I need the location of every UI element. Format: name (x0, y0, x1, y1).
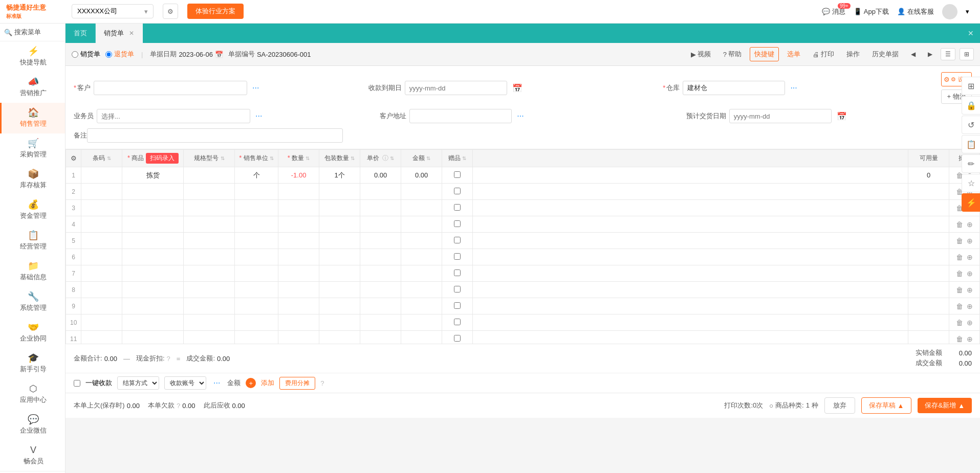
gift-checkbox-5[interactable] (454, 253, 461, 260)
gift-checkbox-0[interactable] (454, 171, 461, 178)
customer-input[interactable] (94, 81, 247, 95)
avatar[interactable] (942, 4, 957, 19)
avatar-expand[interactable]: ▾ (966, 4, 974, 19)
calendar-icon[interactable]: 📅 (215, 51, 223, 58)
radio-return-order[interactable]: 退货单 (105, 50, 134, 59)
gift-checkbox-4[interactable] (454, 237, 461, 243)
delete-row-button-7[interactable]: 🗑 (955, 286, 964, 294)
sidebar-item-12[interactable]: 💬企业微信 (0, 410, 65, 440)
payment-expand-icon[interactable]: ··· (211, 378, 222, 388)
settings-icon[interactable]: ⚙ (163, 4, 178, 19)
debt-help-icon[interactable]: ? (177, 402, 180, 410)
float-button-4[interactable]: 📋 (962, 135, 980, 153)
sidebar-item-7[interactable]: 📁基础信息 (0, 256, 65, 287)
app-download-button[interactable]: 📱 App下载 (854, 7, 889, 16)
sidebar-item-6[interactable]: 📋经营管理 (0, 226, 65, 256)
history-button[interactable]: 历史单据 (868, 48, 903, 61)
fee-help-icon[interactable]: ? (320, 379, 324, 387)
col-settings-icon[interactable]: ⚙ (71, 154, 77, 162)
float-button-5[interactable]: ✏ (962, 154, 980, 173)
salesman-expand-icon[interactable]: ··· (253, 111, 264, 121)
save-draft-button[interactable]: 保存草稿 ▲ (861, 397, 912, 414)
tab-close-icon[interactable]: ✕ (129, 30, 134, 37)
float-button-3[interactable]: ↺ (962, 116, 980, 134)
delete-row-button-3[interactable]: 🗑 (955, 220, 964, 229)
close-all-icon[interactable]: ✕ (968, 29, 974, 37)
sidebar-item-1[interactable]: 📣营销推广 (0, 72, 65, 103)
tab-home[interactable]: 首页 (66, 24, 96, 43)
float-button-6[interactable]: ☆ (962, 174, 980, 192)
float-button-1[interactable]: ⊞ (962, 77, 980, 95)
select-button[interactable]: 选单 (783, 48, 804, 61)
salesman-input[interactable] (97, 109, 250, 123)
video-button[interactable]: ▶ 视频 (687, 48, 715, 61)
warehouse-expand-icon[interactable]: ··· (788, 83, 799, 93)
help-button[interactable]: ? 帮助 (719, 48, 746, 61)
copy-row-button-9[interactable]: ⊕ (966, 319, 974, 327)
nav-next-button[interactable]: ▶ (924, 49, 937, 60)
customer-addr-input[interactable] (409, 109, 512, 123)
due-date-calendar-icon[interactable]: 📅 (510, 83, 525, 93)
payment-method-select[interactable]: 结算方式 (117, 376, 159, 390)
sidebar-item-4[interactable]: 📦库存核算 (0, 164, 65, 195)
float-button-7[interactable]: ⚡ (962, 193, 980, 212)
delete-row-button-5[interactable]: 🗑 (955, 253, 964, 261)
gift-checkbox-9[interactable] (454, 319, 461, 325)
sidebar-item-13[interactable]: V畅会员 (0, 440, 65, 471)
delete-row-button-6[interactable]: 🗑 (955, 269, 964, 278)
sidebar-item-8[interactable]: 🔧系统管理 (0, 287, 65, 318)
nav-prev-button[interactable]: ◀ (907, 49, 920, 60)
sidebar-item-9[interactable]: 🤝企业协同 (0, 318, 65, 348)
online-service-button[interactable]: 👤 在线客服 (897, 7, 934, 16)
sidebar-item-3[interactable]: 🛒采购管理 (0, 133, 65, 164)
shortcut-button[interactable]: 快捷键 (750, 47, 779, 61)
sidebar-item-5[interactable]: 💰资金管理 (0, 195, 65, 226)
customer-expand-icon[interactable]: ··· (250, 83, 261, 93)
view-grid-button[interactable]: ⊞ (960, 48, 974, 60)
copy-row-button-10[interactable]: ⊕ (966, 335, 974, 343)
copy-row-button-6[interactable]: ⊕ (966, 269, 974, 278)
notes-input[interactable] (87, 128, 343, 143)
view-list-button[interactable]: ☰ (941, 48, 955, 60)
cash-discount-help-icon[interactable]: ? (167, 355, 170, 363)
company-selector[interactable]: XXXXXX公司 ▾ (72, 4, 154, 18)
gift-checkbox-2[interactable] (454, 204, 461, 211)
print-button[interactable]: 🖨 打印 (809, 48, 838, 61)
sidebar-item-2[interactable]: 🏠销售管理 (0, 103, 65, 133)
copy-row-button-5[interactable]: ⊕ (966, 253, 974, 261)
customer-addr-expand-icon[interactable]: ··· (515, 111, 526, 121)
gift-checkbox-6[interactable] (454, 269, 461, 276)
delete-row-button-10[interactable]: 🗑 (955, 335, 964, 343)
gift-checkbox-10[interactable] (454, 335, 461, 342)
gift-checkbox-7[interactable] (454, 286, 461, 292)
delete-row-button-8[interactable]: 🗑 (955, 302, 964, 310)
col-settings[interactable]: ⚙ (66, 150, 81, 167)
add-payment-button[interactable]: + (246, 378, 256, 388)
one-click-payment-checkbox[interactable] (74, 380, 80, 387)
delete-row-button-4[interactable]: 🗑 (955, 237, 964, 245)
delete-row-button-9[interactable]: 🗑 (955, 319, 964, 327)
warehouse-input[interactable] (683, 81, 785, 95)
copy-row-button-4[interactable]: ⊕ (966, 237, 974, 245)
operation-button[interactable]: 操作 (842, 48, 864, 61)
payment-account-select[interactable]: 收款账号 (164, 376, 206, 390)
sidebar-item-11[interactable]: ⬡应用中心 (0, 379, 65, 410)
gift-checkbox-1[interactable] (454, 188, 461, 194)
expected-date-calendar-icon[interactable]: 📅 (835, 111, 849, 121)
copy-row-button-3[interactable]: ⊕ (966, 220, 974, 229)
gift-checkbox-8[interactable] (454, 302, 461, 309)
due-date-input[interactable] (405, 81, 507, 95)
scan-button[interactable]: 扫码录入 (146, 153, 179, 164)
save-new-button[interactable]: 保存&新增 ▲ (918, 398, 972, 413)
sidebar-search[interactable]: 🔍 搜索菜单 (0, 24, 65, 41)
expected-date-input[interactable] (729, 109, 832, 123)
message-button[interactable]: 💬 消息 99+ (822, 7, 845, 16)
abandon-button[interactable]: 放弃 (824, 397, 855, 414)
copy-row-button-7[interactable]: ⊕ (966, 286, 974, 294)
sidebar-item-10[interactable]: 🎓新手引导 (0, 348, 65, 379)
tab-sales-order[interactable]: 销货单 ✕ (96, 24, 143, 43)
radio-sales-order[interactable]: 销货单 (72, 50, 100, 59)
trial-button[interactable]: 体验行业方案 (187, 4, 244, 19)
fee-split-button[interactable]: 费用分摊 (279, 377, 315, 390)
sidebar-item-0[interactable]: ⚡快捷导航 (0, 41, 65, 72)
